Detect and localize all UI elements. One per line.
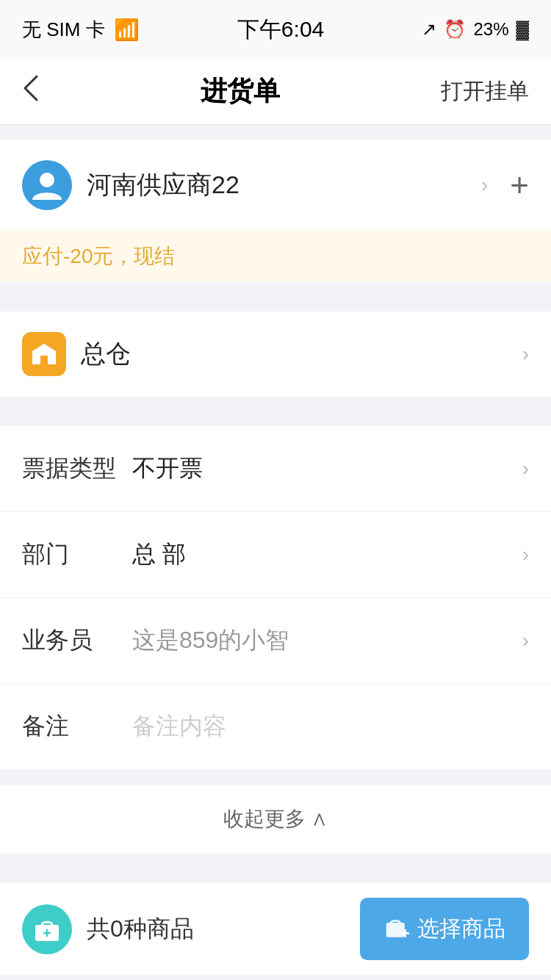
warehouse-icon xyxy=(22,332,66,376)
battery-text: 23% xyxy=(473,19,508,40)
supplier-avatar xyxy=(22,160,72,210)
status-left: 无 SIM 卡 📶 xyxy=(22,17,140,43)
status-time: 下午6:04 xyxy=(237,15,324,45)
avatar-icon xyxy=(22,160,72,210)
svg-rect-1 xyxy=(40,356,48,364)
nav-bar: 进货单 打开挂单 xyxy=(0,59,551,125)
separator-2 xyxy=(0,297,551,311)
battery-icon: ▓ xyxy=(516,19,529,40)
status-bar: 无 SIM 卡 📶 下午6:04 ↗ ⏰ 23% ▓ xyxy=(0,0,551,59)
select-goods-button[interactable]: 选择商品 xyxy=(360,898,529,960)
salesman-row[interactable]: 业务员 这是859的小智 › xyxy=(0,598,551,684)
salesman-value: 这是859的小智 xyxy=(132,624,522,657)
warehouse-name: 总仓 xyxy=(81,337,522,371)
invoice-chevron-icon: › xyxy=(522,457,529,480)
goods-count: 共0种商品 xyxy=(87,913,360,945)
open-pending-button[interactable]: 打开挂单 xyxy=(441,76,529,107)
salesman-label: 业务员 xyxy=(22,624,132,657)
remark-input[interactable]: 备注内容 xyxy=(132,710,529,743)
svg-point-0 xyxy=(40,173,54,187)
location-icon: ↗ xyxy=(422,19,436,40)
warehouse-row[interactable]: 总仓 › xyxy=(0,311,551,397)
status-right: ↗ ⏰ 23% ▓ xyxy=(422,19,529,40)
separator-3 xyxy=(0,411,551,426)
alarm-icon: ⏰ xyxy=(444,19,466,40)
supplier-section: 河南供应商22 › + 应付-20元，现结 xyxy=(0,140,551,282)
wifi-icon: 📶 xyxy=(114,18,140,42)
no-sim-text: 无 SIM 卡 xyxy=(22,17,105,43)
remark-row[interactable]: 备注 备注内容 xyxy=(0,684,551,769)
warehouse-section: 总仓 › xyxy=(0,311,551,397)
supplier-name: 河南供应商22 xyxy=(87,168,481,202)
supplier-chevron-icon: › xyxy=(481,173,488,197)
page-title: 进货单 xyxy=(201,73,280,109)
svg-rect-5 xyxy=(386,923,405,937)
form-section: 票据类型 不开票 › 部门 总 部 › 业务员 这是859的小智 › 备注 备注… xyxy=(0,426,551,769)
department-row[interactable]: 部门 总 部 › xyxy=(0,512,551,598)
separator-1 xyxy=(0,125,551,140)
warehouse-chevron-icon: › xyxy=(522,342,529,366)
invoice-value: 不开票 xyxy=(132,453,522,485)
collapse-label: 收起更多 ∧ xyxy=(223,807,328,830)
invoice-label: 票据类型 xyxy=(22,453,132,485)
remark-label: 备注 xyxy=(22,710,132,743)
invoice-type-row[interactable]: 票据类型 不开票 › xyxy=(0,426,551,512)
supplier-row[interactable]: 河南供应商22 › + xyxy=(0,140,551,231)
collapse-bar[interactable]: 收起更多 ∧ xyxy=(0,784,551,854)
notice-bar: 应付-20元，现结 xyxy=(0,231,551,282)
department-value: 总 部 xyxy=(132,538,522,571)
select-goods-label: 选择商品 xyxy=(417,914,505,944)
goods-icon xyxy=(22,904,72,954)
back-button[interactable] xyxy=(22,73,40,109)
department-label: 部门 xyxy=(22,538,132,571)
goods-bar: 共0种商品 选择商品 xyxy=(0,883,551,975)
separator-4 xyxy=(0,868,551,883)
department-chevron-icon: › xyxy=(522,543,529,566)
add-supplier-button[interactable]: + xyxy=(510,167,529,203)
notice-text: 应付-20元，现结 xyxy=(22,245,175,267)
salesman-chevron-icon: › xyxy=(522,629,529,652)
